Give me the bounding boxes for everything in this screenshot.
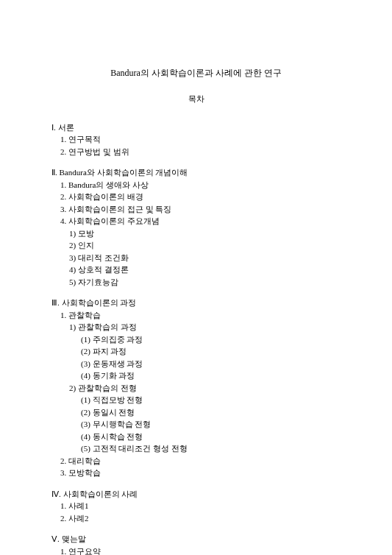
section-3-item-3: 3. 모방학습	[51, 467, 341, 479]
section-3-sub1-b-4: (4) 동시학습 전형	[51, 431, 341, 443]
section-3-item-2: 2. 대리학습	[51, 455, 341, 467]
section-3-sub1-b-2: (2) 동일시 전형	[51, 406, 341, 419]
section-1: Ⅰ. 서론 1. 연구목적 2. 연구방법 및 범위	[51, 121, 341, 158]
section-4: Ⅳ. 사회학습이론의 사례 1. 사례1 2. 사례2	[51, 488, 341, 525]
section-1-item-2: 2. 연구방법 및 범위	[51, 146, 341, 158]
section-2-sub-5: 5) 자기효능감	[51, 276, 341, 289]
section-3-sub1-a-1: (1) 주의집중 과정	[51, 333, 341, 346]
section-4-item-1: 1. 사례1	[51, 500, 341, 512]
section-2-sub-4: 4) 상호적 결정론	[51, 264, 341, 276]
section-3-item-1: 1. 관찰학습	[51, 309, 341, 322]
section-3: Ⅲ. 사회학습이론의 과정 1. 관찰학습 1) 관찰학습의 과정 (1) 주의…	[51, 297, 341, 479]
section-2-sub-1: 1) 모방	[51, 227, 341, 240]
section-2-header: Ⅱ. Bandura와 사회학습이론의 개념이해	[51, 166, 341, 179]
document-title: Bandura의 사회학습이론과 사례에 관한 연구	[51, 66, 341, 79]
section-5-item-1: 1. 연구요약	[51, 545, 341, 556]
section-3-sub1-a-4: (4) 동기화 과정	[51, 370, 341, 382]
section-2-sub-3: 3) 대리적 조건화	[51, 252, 341, 264]
section-5: Ⅴ. 맺는말 1. 연구요약 2. 사회학습이론의 평가	[51, 533, 341, 555]
section-2-item-4: 4. 사회학습이론의 주요개념	[51, 215, 341, 227]
section-3-sub1-b-5: (5) 고전적 대리조건 형성 전형	[51, 442, 341, 455]
section-4-header: Ⅳ. 사회학습이론의 사례	[51, 488, 341, 501]
section-2-item-3: 3. 사회학습이론의 접근 및 특징	[51, 203, 341, 216]
section-3-header: Ⅲ. 사회학습이론의 과정	[51, 297, 341, 309]
toc-heading: 목차	[51, 93, 341, 105]
section-3-sub1-b-3: (3) 무시행학습 전형	[51, 418, 341, 431]
section-3-sub1-a-2: (2) 파지 과정	[51, 345, 341, 358]
section-2-item-1: 1. Bandura의 생애와 사상	[51, 179, 341, 191]
section-3-sub1-a-3: (3) 운동재생 과정	[51, 358, 341, 370]
section-1-header: Ⅰ. 서론	[51, 121, 341, 134]
section-1-item-1: 1. 연구목적	[51, 133, 341, 146]
section-5-header: Ⅴ. 맺는말	[51, 533, 341, 545]
section-3-sub1-b-1: (1) 직접모방 전형	[51, 394, 341, 406]
section-2: Ⅱ. Bandura와 사회학습이론의 개념이해 1. Bandura의 생애와…	[51, 166, 341, 288]
section-3-sub1-a: 1) 관찰학습의 과정	[51, 321, 341, 333]
section-2-sub-2: 2) 인지	[51, 239, 341, 252]
section-4-item-2: 2. 사례2	[51, 512, 341, 525]
section-3-sub1-b: 2) 관찰학습의 전형	[51, 382, 341, 395]
section-2-item-2: 2. 사회학습이론의 배경	[51, 191, 341, 203]
